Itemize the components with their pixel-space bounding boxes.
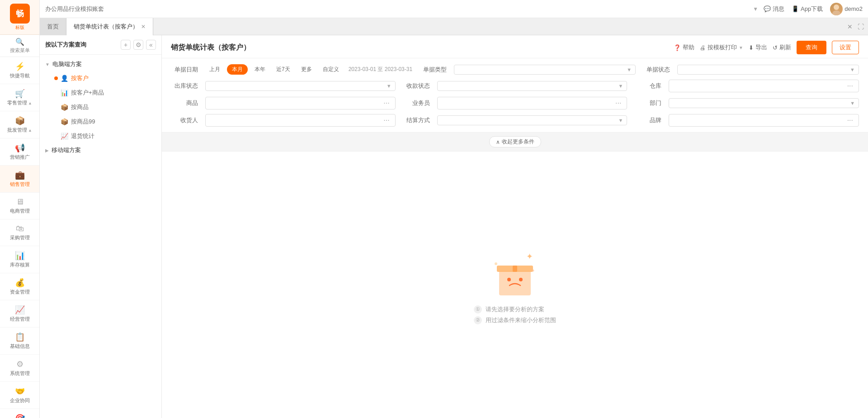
collapse-label: 收起更多条件 [502,138,534,146]
warehouse-select[interactable]: ··· [669,80,859,92]
sidebar-search[interactable]: 🔍 搜索菜单 [0,35,39,57]
consignee-label: 收货人 [171,116,198,124]
scheme-item-by-goods[interactable]: 📦 按商品 [40,100,161,114]
inventory-icon: 📊 [15,251,25,261]
sidebar-item-purchase[interactable]: 🛍 采购管理 [0,219,39,246]
svg-point-5 [507,278,511,281]
salesperson-label: 业务员 [403,99,430,107]
sidebar-item-system[interactable]: ⚙ 系统管理 [0,355,39,382]
empty-state: ✦ ① 请先选择要分析的方案 ② 用过滤条件来缩小分析范围 [162,152,868,418]
collapse-bar: ∧ 收起更多条件 [162,133,868,152]
sidebar-item-finance[interactable]: 💰 资金管理 [0,273,39,300]
sidebar-item-operation[interactable]: 📈 经营管理 [0,300,39,328]
date-filter: 上月 本月 本年 近7天 更多 自定义 2023-03-01 至 2023-03… [205,64,412,75]
message-button[interactable]: 💬 消息 [764,5,784,13]
by-customer-icon: 👤 [61,75,68,82]
settings-scheme-button[interactable]: ⚙ [133,40,143,50]
help-button[interactable]: ❓ 帮助 [674,43,694,52]
by-customer-label: 按客户 [71,74,89,82]
tab-home[interactable]: 首页 [40,18,66,35]
svg-point-6 [519,278,523,281]
consignee-dots[interactable]: ··· [382,116,391,124]
scheme-group-desktop: ▼ 电脑端方案 👤 按客户 📊 按客户+商品 [40,57,161,143]
department-select[interactable]: ▼ [669,98,859,108]
sidebar-item-sales[interactable]: 💼 销售管理 [0,166,39,193]
sidebar-item-enterprise[interactable]: 🤝 企业协同 [0,382,39,409]
brand-select[interactable]: ··· [669,114,859,127]
brand-dots[interactable]: ··· [845,116,855,124]
sidebar-item-inventory[interactable]: 📊 库存核算 [0,246,39,273]
sidebar-item-ecommerce[interactable]: 🖥 电商管理 [0,193,39,219]
query-button[interactable]: 查询 [797,41,826,54]
goods-dots[interactable]: ··· [382,99,391,107]
hint-text-1: 请先选择要分析的方案 [486,305,544,314]
scheme-item-return-stat[interactable]: 📈 退货统计 [40,129,161,143]
payment-status-select[interactable]: ▼ [437,81,627,91]
export-button[interactable]: ⬇ 导出 [749,43,767,52]
salesperson-dots[interactable]: ··· [613,99,623,107]
sidebar-ecommerce-label: 电商管理 [10,208,30,214]
scheme-group-desktop-header[interactable]: ▼ 电脑端方案 [40,57,161,71]
app-download-icon: 📱 [792,5,799,12]
left-panel-body: ▼ 电脑端方案 👤 按客户 📊 按客户+商品 [40,55,161,418]
sidebar-retail-label: 零售管理 ▲ [7,100,32,106]
app-download-label: App下载 [801,5,823,13]
payment-status-arrow-icon: ▼ [618,83,623,89]
date-last-7[interactable]: 近7天 [272,64,294,75]
doc-status-select[interactable]: ▼ [677,65,859,75]
tab-close-button[interactable]: ✕ [141,24,146,30]
sidebar: 畅 标版 🔍 搜索菜单 ⚡ 快捷导航 🛒 零售管理 ▲ 📦 批发管理 ▲ 📢 营… [0,0,40,418]
date-this-month[interactable]: 本月 [227,64,248,75]
sidebar-item-basic[interactable]: 📋 基础信息 [0,328,39,355]
out-status-select[interactable]: ▼ [205,81,396,91]
collapse-conditions-button[interactable]: ∧ 收起更多条件 [489,136,541,147]
department-label: 部门 [634,99,661,107]
doc-type-arrow-icon: ▼ [627,67,632,72]
salesperson-select[interactable]: ··· [437,97,627,109]
date-custom[interactable]: 自定义 [319,64,343,75]
scheme-item-by-customer-goods[interactable]: 📊 按客户+商品 [40,86,161,100]
industry-dropdown-icon[interactable]: ▼ [753,6,758,12]
sidebar-item-wholesale[interactable]: 📦 批发管理 ▲ [0,111,39,138]
empty-hint-1: ① 请先选择要分析的方案 [474,305,556,314]
scheme-item-by-customer[interactable]: 👤 按客户 [40,71,161,86]
sidebar-item-newbie[interactable]: 🎯 新手引导 [0,409,39,418]
message-icon: 💬 [764,5,771,12]
window-maximize-button[interactable]: ⛶ [857,23,864,30]
by-goods-99-label: 按商品99 [71,118,95,126]
sidebar-shortcut[interactable]: ⚡ 快捷导航 [0,57,39,84]
scheme-item-by-goods-99[interactable]: 📦 按商品99 [40,114,161,129]
goods-select[interactable]: ··· [205,97,396,109]
tab-home-label: 首页 [47,23,59,31]
date-more[interactable]: 更多 [297,64,316,75]
return-stat-label: 退货统计 [71,132,94,140]
window-close-button[interactable]: ✕ [846,23,854,30]
warehouse-dots[interactable]: ··· [845,82,855,90]
by-goods-label: 按商品 [71,103,89,111]
add-scheme-button[interactable]: + [121,40,131,50]
settings-button[interactable]: 设置 [832,41,859,54]
sidebar-item-retail[interactable]: 🛒 零售管理 ▲ [0,84,39,111]
tab-sales-stat[interactable]: 销货单统计表（按客户） ✕ [66,18,153,35]
user-profile[interactable]: demo2 [830,3,863,15]
collapse-panel-button[interactable]: « [146,40,156,50]
warehouse-label: 仓库 [634,82,661,90]
by-goods-icon: 📦 [61,104,68,111]
empty-hints: ① 请先选择要分析的方案 ② 用过滤条件来缩小分析范围 [474,305,556,324]
doc-type-select[interactable]: ▼ [454,65,636,75]
empty-illustration: ✦ [488,246,542,300]
app-download-button[interactable]: 📱 App下载 [792,5,823,13]
svg-point-9 [532,269,534,271]
sidebar-item-marketing[interactable]: 📢 营销推广 [0,138,39,166]
settlement-select[interactable]: ▼ [437,115,627,125]
date-last-month[interactable]: 上月 [205,64,224,75]
template-print-button[interactable]: 🖨 按模板打印 ▼ [700,43,743,52]
filter-row-4: 收货人 ··· 结算方式 ▼ 品牌 ··· [171,114,859,127]
scheme-group-mobile-header[interactable]: ▶ 移动端方案 [40,143,161,157]
refresh-button[interactable]: ↺ 刷新 [773,43,791,52]
consignee-select[interactable]: ··· [205,114,396,127]
finance-icon: 💰 [15,278,25,288]
date-this-year[interactable]: 本年 [250,64,269,75]
user-name-label: demo2 [844,5,863,12]
sidebar-shortcut-label: 快捷导航 [10,72,30,79]
